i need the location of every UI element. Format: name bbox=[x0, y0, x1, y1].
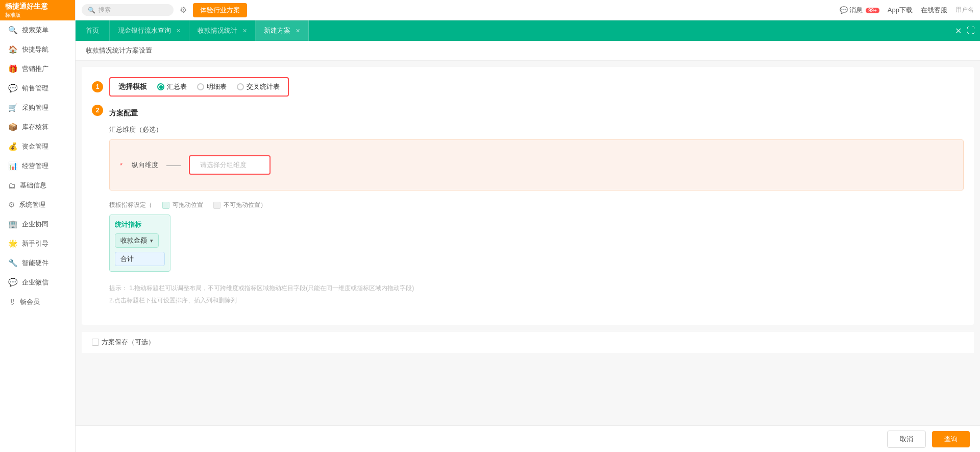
metric-subtag-total[interactable]: 合计 bbox=[115, 252, 165, 266]
step2-label: 方案配置 bbox=[109, 109, 964, 118]
topbar: 🔍 搜索 ⚙ 体验行业方案 💬 消息 99+ App下载 在线客服 用户名 bbox=[76, 0, 980, 20]
save-checkbox-label[interactable]: 方案保存（可选） bbox=[92, 338, 155, 347]
notification-icon[interactable]: 💬 消息 99+ bbox=[840, 6, 879, 15]
form-section: 1 选择模板 汇总表 明细表 交叉统 bbox=[82, 67, 974, 325]
vertical-dim-label: 纵向维度 bbox=[132, 160, 158, 170]
gear-icon[interactable]: ⚙ bbox=[180, 5, 187, 15]
step2-row: 2 方案配置 汇总维度（必选） * 纵向维度 —— 请选择分组维度 bbox=[92, 105, 964, 306]
search-icon: 🔍 bbox=[88, 7, 95, 14]
sidebar-item-basic-info[interactable]: 🗂 基础信息 bbox=[0, 176, 75, 195]
sidebar-item-finance[interactable]: 💰 资金管理 bbox=[0, 137, 75, 156]
save-row: 方案保存（可选） bbox=[82, 331, 974, 353]
legend-no-drag-box bbox=[213, 202, 220, 209]
page-header: 收款情况统计方案设置 bbox=[76, 41, 980, 61]
system-icon: ⚙ bbox=[8, 200, 15, 209]
tab-new-plan-close[interactable]: ✕ bbox=[296, 28, 300, 34]
sidebar-item-smart-hw[interactable]: 🔧 智能硬件 bbox=[0, 253, 75, 273]
online-support-link[interactable]: 在线客服 bbox=[921, 6, 947, 15]
save-label: 方案保存（可选） bbox=[102, 338, 155, 347]
step2-badge: 2 bbox=[92, 105, 103, 116]
finance-icon: 💰 bbox=[8, 142, 18, 151]
sidebar-item-sales[interactable]: 💬 销售管理 bbox=[0, 79, 75, 98]
tab-close-all-icon[interactable]: ✕ bbox=[955, 26, 962, 36]
tab-bank-flow-close[interactable]: ✕ bbox=[176, 28, 181, 34]
metrics-table: 统计指标 收款金额 ▾ 合计 bbox=[109, 215, 170, 272]
page-header-text: 收款情况统计方案设置 bbox=[86, 46, 152, 54]
purchase-icon: 🛒 bbox=[8, 103, 18, 112]
marketing-icon: 🎁 bbox=[8, 64, 18, 74]
radio-cross-circle bbox=[237, 83, 244, 90]
sidebar-item-system[interactable]: ⚙ 系统管理 bbox=[0, 195, 75, 215]
radio-group-template: 汇总表 明细表 交叉统计表 bbox=[157, 82, 280, 91]
tab-receipt-stat-label: 收款情况统计 bbox=[198, 26, 237, 35]
arrow-icon: —— bbox=[166, 161, 181, 169]
radio-detail-label: 明细表 bbox=[207, 82, 227, 91]
tab-home-label: 首页 bbox=[86, 26, 99, 35]
app-download-link[interactable]: App下载 bbox=[888, 6, 913, 15]
logo-title: 畅捷通好生意 bbox=[5, 2, 48, 11]
metrics-label: 统计指标 bbox=[115, 220, 165, 229]
tab-receipt-stat-close[interactable]: ✕ bbox=[242, 28, 247, 34]
step1-badge: 1 bbox=[92, 81, 103, 92]
sidebar-item-search-menu[interactable]: 🔍 搜索菜单 bbox=[0, 20, 75, 40]
tab-receipt-stat[interactable]: 收款情况统计 ✕ bbox=[189, 20, 256, 41]
legend-no-drag: 不可拖动位置） bbox=[213, 201, 266, 209]
query-button[interactable]: 查询 bbox=[932, 431, 970, 447]
sidebar-item-newbie[interactable]: 🌟 新手引导 bbox=[0, 234, 75, 253]
metric-tag-revenue[interactable]: 收款金额 ▾ bbox=[115, 233, 159, 248]
sidebar-item-wechat[interactable]: 💬 企业微信 bbox=[0, 273, 75, 292]
sidebar-item-inventory[interactable]: 📦 库存核算 bbox=[0, 117, 75, 137]
sidebar-item-member[interactable]: 🎖 畅会员 bbox=[0, 292, 75, 312]
newbie-icon: 🌟 bbox=[8, 239, 18, 248]
tab-expand-icon[interactable]: ⛶ bbox=[967, 26, 975, 35]
logo-subtitle: 标准版 bbox=[5, 12, 48, 19]
sidebar-item-purchase[interactable]: 🛒 采购管理 bbox=[0, 98, 75, 117]
sidebar-item-enterprise[interactable]: 🏢 企业协同 bbox=[0, 215, 75, 234]
radio-cross[interactable]: 交叉统计表 bbox=[237, 82, 280, 91]
step1-row: 1 选择模板 汇总表 明细表 交叉统 bbox=[92, 77, 964, 97]
tabbar: 首页 现金银行流水查询 ✕ 收款情况统计 ✕ 新建方案 ✕ ✕ ⛶ bbox=[76, 20, 980, 41]
hint-text-1: 提示： 1.拖动标题栏可以调整布局，不可跨维度或指标区域拖动栏目字段(只能在同一… bbox=[109, 282, 964, 294]
search-bar[interactable]: 🔍 搜索 bbox=[82, 4, 174, 16]
metric-tag-label: 收款金额 bbox=[120, 236, 147, 245]
radio-detail[interactable]: 明细表 bbox=[197, 82, 227, 91]
inventory-icon: 📦 bbox=[8, 123, 18, 132]
dim-select-box[interactable]: 请选择分组维度 bbox=[189, 155, 271, 175]
smart-hw-icon: 🔧 bbox=[8, 258, 18, 268]
sidebar-item-operations[interactable]: 📊 经营管理 bbox=[0, 156, 75, 176]
notification-label: 消息 bbox=[849, 6, 863, 14]
notification-badge: 99+ bbox=[866, 8, 879, 13]
trial-button[interactable]: 体验行业方案 bbox=[193, 3, 247, 17]
save-checkbox[interactable] bbox=[92, 339, 99, 346]
enterprise-icon: 🏢 bbox=[8, 220, 18, 229]
tab-bank-flow[interactable]: 现金银行流水查询 ✕ bbox=[110, 20, 189, 41]
template-select-box: 选择模板 汇总表 明细表 交叉统计表 bbox=[109, 77, 289, 97]
metrics-legend: 模板指标设定（ 可拖动位置 不可拖动位置） bbox=[109, 201, 964, 209]
main-area: 🔍 搜索 ⚙ 体验行业方案 💬 消息 99+ App下载 在线客服 用户名 首页… bbox=[76, 0, 980, 452]
radio-summary-label: 汇总表 bbox=[167, 82, 187, 91]
pivot-row: * 纵向维度 —— 请选择分组维度 bbox=[120, 155, 953, 175]
metrics-config-text: 模板指标设定（ bbox=[109, 201, 152, 209]
basic-info-icon: 🗂 bbox=[8, 181, 16, 190]
tab-new-plan[interactable]: 新建方案 ✕ bbox=[256, 20, 309, 41]
sales-icon: 💬 bbox=[8, 84, 18, 93]
legend-no-drag-label: 不可拖动位置） bbox=[224, 201, 266, 209]
radio-detail-circle bbox=[197, 83, 204, 90]
footer-bar: 取消 查询 bbox=[76, 425, 980, 452]
cancel-button[interactable]: 取消 bbox=[887, 431, 926, 448]
hint-text-2: 2.点击标题栏下拉可设置排序、插入列和删除列 bbox=[109, 294, 964, 306]
sidebar-item-quick-nav[interactable]: 🏠 快捷导航 bbox=[0, 40, 75, 59]
member-icon: 🎖 bbox=[8, 298, 16, 306]
radio-summary-circle bbox=[157, 83, 164, 90]
legend-drag-label: 可拖动位置 bbox=[173, 201, 203, 209]
summary-dim-label: 汇总维度（必选） bbox=[109, 125, 964, 134]
sidebar-item-marketing[interactable]: 🎁 营销推广 bbox=[0, 59, 75, 79]
quick-nav-icon: 🏠 bbox=[8, 45, 18, 54]
tab-bank-flow-label: 现金银行流水查询 bbox=[118, 26, 171, 35]
tab-home[interactable]: 首页 bbox=[76, 20, 110, 41]
pivot-area: * 纵向维度 —— 请选择分组维度 bbox=[109, 139, 964, 191]
required-star: * bbox=[120, 161, 122, 169]
search-placeholder: 搜索 bbox=[99, 6, 111, 14]
radio-summary[interactable]: 汇总表 bbox=[157, 82, 187, 91]
topbar-right: 💬 消息 99+ App下载 在线客服 用户名 bbox=[840, 6, 974, 15]
